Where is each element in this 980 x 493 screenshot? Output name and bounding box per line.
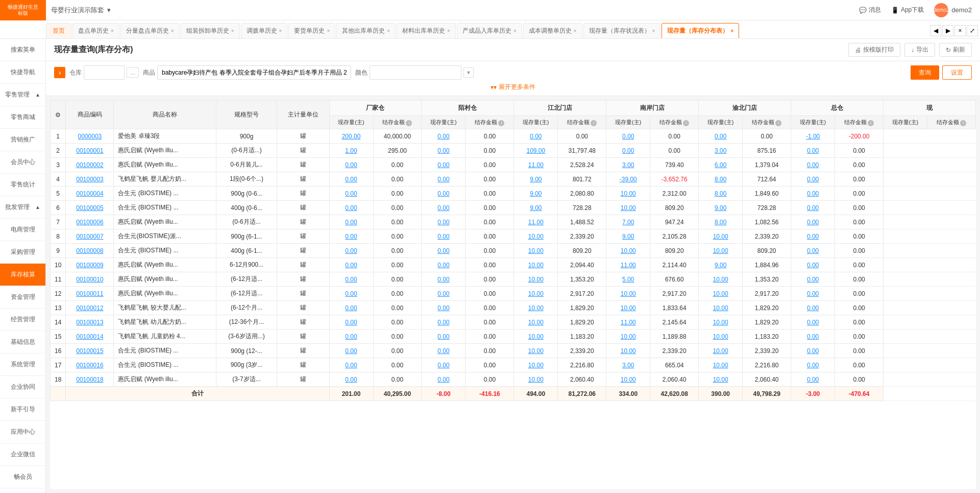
color-dropdown[interactable]: ▾ [463, 67, 474, 78]
tab-现存量库存状况表[interactable]: 现存量（库存状况表） × [583, 23, 661, 38]
table-row: 800100007合生元(BIOSTIME)派...900g (6-1...罐0… [51, 229, 976, 244]
expand-conditions-btn[interactable]: ▾▾ 展开更多条件 [491, 83, 535, 91]
table-row: 400100003飞鹤星飞帆 婴儿配方奶...1段(0-6个...)罐0.000… [51, 172, 976, 186]
tab-现存量库存分布表[interactable]: 现存量（库存分布表） × [662, 23, 739, 38]
setting-btn[interactable]: 设置 [942, 65, 972, 80]
sidebar-item-appcenter[interactable]: 应用中心 [0, 421, 45, 443]
sidebar-item-wholesale[interactable]: 批发管理▲ [0, 196, 45, 219]
tab-产成品入库单历史[interactable]: 产成品入库单历史 × [457, 23, 522, 38]
tab-scroll-left[interactable]: ◀ [930, 25, 941, 36]
refresh-icon: ↻ [946, 46, 951, 54]
expand-icon: ▾▾ [491, 84, 497, 91]
company-selector[interactable]: 母婴行业演示陈套 ▾ [51, 6, 111, 15]
sidebar-item-retail-mgmt[interactable]: 零售管理▲ [0, 84, 45, 106]
goods-input[interactable] [157, 65, 351, 80]
goods-label: 商品 [143, 68, 155, 77]
sidebar-item-search[interactable]: 搜索英单 [0, 39, 45, 61]
export-btn[interactable]: ↓ 导出 [904, 43, 935, 57]
tab-首页[interactable]: 首页 [46, 23, 71, 38]
table-row: 900100008合生元 (BIOSTIME) ...400g (6-1...罐… [51, 244, 976, 258]
sidebar-item-guide[interactable]: 新手引导 [0, 398, 45, 421]
tab-close[interactable]: × [513, 28, 517, 34]
tab-组装拆卸单历史[interactable]: 组装拆卸单历史 × [181, 23, 240, 38]
table-row: 1100100010惠氏启赋 (Wyeth illu...(6-12月适...罐… [51, 272, 976, 287]
user-avatar[interactable]: demo2 demo2 [934, 3, 972, 17]
tab-close[interactable]: × [652, 28, 655, 34]
sidebar-item-inventory[interactable]: 库存核算 [0, 264, 45, 286]
expand-arrow[interactable]: › [54, 67, 65, 78]
table-row: 200100001惠氏启赋 (Wyeth illu...(0-6月适...)罐1… [51, 144, 976, 158]
table-row: 10000003爱他美 卓臻3段900g罐200.0040,000.000.00… [51, 129, 976, 144]
sidebar-item-purchase[interactable]: 采购管理 [0, 241, 45, 264]
tab-close[interactable]: × [447, 28, 450, 34]
sidebar-item-ecommerce[interactable]: 电商管理 [0, 219, 45, 241]
sidebar-item-member[interactable]: 会员中心 [0, 151, 45, 174]
gear-icon[interactable]: ⚙ [55, 111, 61, 119]
tab-close[interactable]: × [574, 28, 577, 34]
sidebar-item-basic[interactable]: 基础信息 [0, 331, 45, 354]
export-icon: ↓ [911, 46, 914, 54]
print-btn[interactable]: 🖨 按模版打印 [848, 43, 900, 57]
table-row: 1400100013飞鹤星飞帆 幼儿配方奶...(12-36个月...罐0.00… [51, 315, 976, 330]
sidebar-item-collab[interactable]: 企业协同 [0, 376, 45, 398]
summary-row: 合计201.0040,295.00-8.00-416.16494.0081,27… [51, 387, 976, 401]
tab-scroll-right[interactable]: ▶ [942, 25, 953, 36]
logo-area: 畅捷通好生意 标版 [0, 0, 46, 20]
table-row: 1300100012飞鹤星飞帆 较大婴儿配...(6-12个月...罐0.000… [51, 301, 976, 315]
table-row: 1700100016合生元 (BIOSTIME) ...900g (3岁...罐… [51, 358, 976, 372]
sidebar-item-wechat[interactable]: 企业微信 [0, 443, 45, 466]
message-icon: 💬 [859, 7, 867, 14]
table-row: 500100004合生元 (BIOSTIME) ...900g (0-6...罐… [51, 186, 976, 201]
warehouse-label: 仓库 [69, 68, 82, 77]
tab-调拨单历史[interactable]: 调拨单历史 × [241, 23, 288, 38]
tab-close[interactable]: × [111, 28, 114, 34]
app-icon: 📱 [891, 7, 899, 14]
table-row: 300100002惠氏启赋 (Wyeth illu...0-6月装儿...罐0.… [51, 158, 976, 172]
sidebar-item-member2[interactable]: 畅会员 [0, 466, 45, 488]
printer-icon: 🖨 [855, 46, 861, 54]
tab-close[interactable]: × [387, 28, 390, 34]
warehouse-ellipsis[interactable]: ... [127, 67, 139, 78]
tab-成本调整单历史[interactable]: 成本调整单历史 × [523, 23, 582, 38]
sidebar-item-retail-mall[interactable]: 零售商城 [0, 106, 45, 129]
tab-close[interactable]: × [231, 28, 234, 34]
table-container: ⚙ 商品编码 商品名称 规格型号 主计量单位 厂家仓 陌村仓 江北门店 南岸门店… [50, 100, 976, 489]
tab-分量盘点单历史[interactable]: 分量盘点单历史 × [120, 23, 180, 38]
tab-close-all[interactable]: × [954, 25, 966, 36]
tab-close[interactable]: × [279, 28, 282, 34]
tab-close[interactable]: × [327, 28, 330, 34]
page-header: 现存量查询(库存分布) 🖨 按模版打印 ↓ 导出 ↻ 刷新 [46, 39, 980, 61]
color-label: 颜色 [355, 68, 368, 77]
filter-bar: › 仓库 ... 商品 颜色 ▾ 查询 设置 [46, 61, 980, 96]
tab-close[interactable]: × [730, 28, 733, 34]
color-input[interactable] [370, 65, 461, 80]
sidebar-item-finance[interactable]: 资金管理 [0, 286, 45, 309]
tab-要货单历史[interactable]: 要货单历史 × [288, 23, 335, 38]
table-row: 1800100018惠氏启赋 (Wyeth illu...(3-7岁适...罐0… [51, 372, 976, 387]
table-row: 600100005合生元 (BIOSTIME) ...400g (0-6...罐… [51, 201, 976, 215]
table-row: 1200100011惠氏启赋 (Wyeth illu...(6-12月适...罐… [51, 287, 976, 301]
tab-材料出库单历史[interactable]: 材料出库单历史 × [397, 23, 456, 38]
query-btn[interactable]: 查询 [911, 65, 939, 80]
warehouse-input[interactable] [84, 65, 125, 80]
app-download-btn[interactable]: 📱 App下载 [891, 6, 924, 14]
table-row: 1500100014飞鹤星飞帆 儿童奶粉 4...(3-6岁适用...)罐0.0… [51, 330, 976, 344]
sidebar-item-system[interactable]: 系统管理 [0, 354, 45, 376]
refresh-btn[interactable]: ↻ 刷新 [939, 43, 972, 57]
tab-其他出库单历史[interactable]: 其他出库单历史 × [336, 23, 396, 38]
table-row: 700100006惠氏启赋 (Wyeth illu...(0-6月适...罐0.… [51, 215, 976, 229]
message-btn[interactable]: 💬 消息 [859, 6, 881, 14]
sidebar-item-retail-stats[interactable]: 零售统计 [0, 174, 45, 196]
sidebar: 搜索英单 快捷导航 零售管理▲ 零售商城 营销推广 会员中心 零售统计 批发管理… [0, 39, 46, 493]
sidebar-item-marketing[interactable]: 营销推广 [0, 129, 45, 151]
tab-expand[interactable]: ⤢ [967, 25, 978, 36]
table-row: 1600100015合生元 (BIOSTIME) ...900g (12-...… [51, 344, 976, 358]
sidebar-item-business[interactable]: 经营管理 [0, 309, 45, 331]
sidebar-item-quicknav[interactable]: 快捷导航 [0, 61, 45, 84]
tab-close[interactable]: × [171, 28, 174, 34]
page-title: 现存量查询(库存分布) [54, 44, 133, 55]
table-row: 1000100009惠氏启赋 (Wyeth illu...6-12月900...… [51, 258, 976, 272]
tab-盘点单历史[interactable]: 盘点单历史 × [72, 23, 119, 38]
